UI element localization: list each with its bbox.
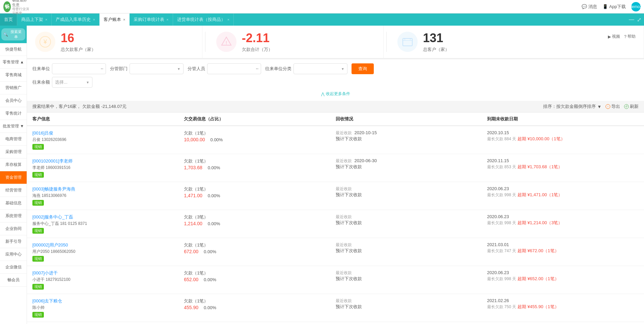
stat-card-total-debt-info: -2.11 欠款合计（万） (242, 31, 273, 53)
svg-text:¥: ¥ (43, 38, 47, 45)
sidebar-item-basic-info[interactable]: 基础信息 (0, 197, 27, 210)
filter-dept-label: 分管部门 (110, 66, 128, 72)
sidebar-item-retail-mgmt[interactable]: 零售管理 ▲ (0, 56, 27, 69)
table-row: [0007]小进干 小进干 18279152100 现销 欠款（1笔） 652.… (27, 266, 644, 294)
filter-supplier-input-wrap[interactable]: ··· (52, 63, 106, 74)
avatar: demo2 (631, 2, 641, 11)
tab-purchase-product-stats[interactable]: 进货单统计表（按商品） × (173, 13, 234, 26)
customer-name-link[interactable]: [000002]用户2050 (32, 242, 68, 247)
search-icon: 🔍 (3, 32, 8, 37)
sidebar-item-member-center[interactable]: 会员中心 (0, 94, 27, 107)
customer-phone: 吕俊 13026203696 (32, 137, 184, 143)
customer-info-cell: [0002]服务中心_丁磊 服务中心_丁磊 181 0125 8371 现销 (32, 214, 184, 234)
overdue-cell: 2021.02.26 最长欠款 750 天 超期 ¥455.90（1笔） (487, 298, 639, 310)
stat-card-debt-customers: ¥ 16 总欠款客户（家） (27, 26, 202, 58)
customer-name-link[interactable]: [0016]吕俊 (32, 130, 53, 136)
filter-dept-select[interactable]: ▼ (130, 63, 184, 74)
tab-customer-ledger[interactable]: 客户账本 × (100, 13, 130, 26)
sidebar-item-finance[interactable]: 资金管理 (0, 171, 27, 184)
sidebar: 🔍 搜索菜单 快捷导航 零售管理 ▲ 零售商城 营销推广 会员中心 零售统计 批… (0, 26, 27, 324)
table-row: [0003]畅捷服务尹海燕 海燕 18513066976 现销 欠款（1笔） 1… (27, 182, 644, 210)
sidebar-item-inventory[interactable]: 库存核算 (0, 158, 27, 171)
sidebar-item-marketing[interactable]: 营销推广 (0, 82, 27, 94)
debt-customers-value: 16 (61, 31, 96, 45)
customer-tag: 现销 (32, 284, 44, 290)
collapse-filter-area: ⋀ 收起更多条件 (32, 90, 639, 98)
tab-close-icon[interactable]: × (93, 18, 95, 22)
sidebar-item-quick-nav[interactable]: 快捷导航 (0, 43, 27, 56)
filter-area: 往来单位 ··· 分管部门 ▼ 分管人员 (27, 59, 644, 101)
results-bar: 搜索结果中，客户16家， 欠款金额 -21,148.07元 排序：按欠款金额倒序… (27, 101, 644, 113)
tab-maximize-icon[interactable]: ⤢ (637, 17, 641, 23)
sidebar-item-app-center[interactable]: 应用中心 (0, 248, 27, 261)
customer-info-cell: [0007]小进干 小进干 18279152100 现销 (32, 270, 184, 290)
sidebar-item-corp-wechat[interactable]: 企业微信 (0, 261, 27, 274)
message-icon: 💬 (582, 4, 587, 9)
help-button[interactable]: ? 帮助 (624, 34, 636, 39)
tab-products-listing[interactable]: 商品上下架 × (17, 13, 52, 26)
tab-close-icon[interactable]: × (123, 18, 125, 22)
collection-cell: 最近收款 预计下次收款 (336, 270, 487, 282)
tab-close-icon[interactable]: × (227, 18, 229, 22)
overdue-cell: 2020.06.23 最长欠款 998 天 超期 ¥1,214.00（3笔） (487, 214, 639, 226)
search-button[interactable]: 查询 (352, 63, 374, 74)
filter-row-1: 往来单位 ··· 分管部门 ▼ 分管人员 (32, 63, 639, 74)
tab-home[interactable]: 首页 (0, 13, 17, 26)
customer-name-link[interactable]: [0006]去下粮仓 (32, 298, 62, 303)
message-button[interactable]: 💬 消息 (582, 4, 597, 10)
debt-info-cell: 欠款（3笔） 1,214.00 0.00% (184, 214, 335, 226)
refresh-button[interactable]: ↺ 刷新 (624, 104, 639, 110)
stat-card-debt-info: 16 总欠款客户（家） (61, 31, 96, 53)
table-header: 客户信息 欠交易信息（占比） 回收情况 到期未收款日期 (27, 113, 644, 126)
customer-name-link[interactable]: [0001020001]李老师 (32, 158, 73, 164)
filter-manager-input-wrap[interactable]: ··· (207, 63, 261, 74)
sidebar-item-retail-store[interactable]: 零售商城 (0, 69, 27, 82)
filter-classification-select[interactable]: ▼ (293, 63, 347, 74)
sort-select[interactable]: 排序：按欠款金额倒序排序 ▼ (543, 104, 601, 110)
tab-close-icon[interactable]: × (166, 18, 168, 22)
sidebar-item-system[interactable]: 系统管理 (0, 210, 27, 223)
sidebar-item-guide[interactable]: 新手引导 (0, 235, 27, 248)
sidebar-item-operations[interactable]: 经营管理 (0, 184, 27, 197)
export-button[interactable]: ↑ 导出 (606, 104, 620, 110)
video-help-button[interactable]: ▶ 视频 (608, 34, 620, 39)
customer-name-link[interactable]: [0002]服务中心_丁磊 (32, 214, 73, 219)
customer-name-link[interactable]: [0003]畅捷服务尹海燕 (32, 186, 75, 192)
refresh-icon: ↺ (624, 104, 629, 109)
tab-production-history[interactable]: 产成品入库单历史 × (52, 13, 99, 26)
filter-row-2: 往来余额 选择... ▼ (32, 77, 639, 88)
app-download-button[interactable]: 📱 App下载 (603, 4, 626, 10)
customer-name-link[interactable]: [0007]小进干 (32, 270, 58, 275)
sidebar-item-vip-member[interactable]: 畅会员 (0, 274, 27, 287)
tab-end-controls: — ⤢ (629, 17, 644, 23)
collection-cell: 最近收款 2020-10-15 预计下次收款 (336, 130, 487, 142)
filter-balance-select[interactable]: 选择... ▼ (52, 77, 92, 88)
customer-info-cell: [0006]去下粮仓 陈小帅 现销 (32, 298, 184, 318)
overdue-cell: 2020.06.23 最长欠款 998 天 超期 ¥652.00（1笔） (487, 270, 639, 282)
tab-purchase-stats[interactable]: 采购订单统计表 × (130, 13, 173, 26)
sidebar-item-wholesale-mgmt[interactable]: 批发管理 ▼ (0, 120, 27, 133)
sidebar-search-area[interactable]: 🔍 搜索菜单 (0, 26, 27, 43)
tab-minimize-icon[interactable]: — (629, 17, 634, 23)
filter-manager-field: 分管人员 ··· (188, 63, 261, 74)
filter-balance-field: 往来余额 选择... ▼ (32, 77, 92, 88)
debt-info-cell: 欠款（1笔） 1,703.68 0.00% (184, 158, 335, 170)
logo-area: 畅 畅捷通好生意 母婴行业演示账套 (3, 0, 30, 15)
sidebar-item-retail-stats[interactable]: 零售统计 (0, 107, 27, 120)
sidebar-item-corp-collab[interactable]: 企业协同 (0, 223, 27, 235)
export-icon: ↑ (606, 104, 610, 109)
collapse-filter-button[interactable]: ⋀ 收起更多条件 (32, 90, 639, 98)
sidebar-item-purchase[interactable]: 采购管理 (0, 146, 27, 158)
overdue-cell: 2020.11.15 最长欠款 853 天 超期 ¥1,703.68（1笔） (487, 158, 639, 170)
chevron-down-icon: ▼ (177, 67, 180, 71)
chevron-down-sort-icon: ▼ (597, 104, 601, 109)
stat-icon-total-debt: ! (216, 32, 236, 52)
filter-classification-field: 往来单位分类 ▼ (265, 63, 347, 74)
download-icon: 📱 (603, 4, 608, 9)
debt-info-cell: 欠款（1笔） 1,471.00 0.00% (184, 186, 335, 198)
stats-row: ¥ 16 总欠款客户（家） ! -2.11 欠款合计（万） (27, 26, 644, 58)
sidebar-item-ecommerce[interactable]: 电商管理 (0, 133, 27, 146)
tab-close-icon[interactable]: × (45, 18, 47, 22)
collection-cell: 最近收款 预计下次收款 (336, 214, 487, 226)
user-avatar-button[interactable]: demo2 (631, 2, 641, 11)
